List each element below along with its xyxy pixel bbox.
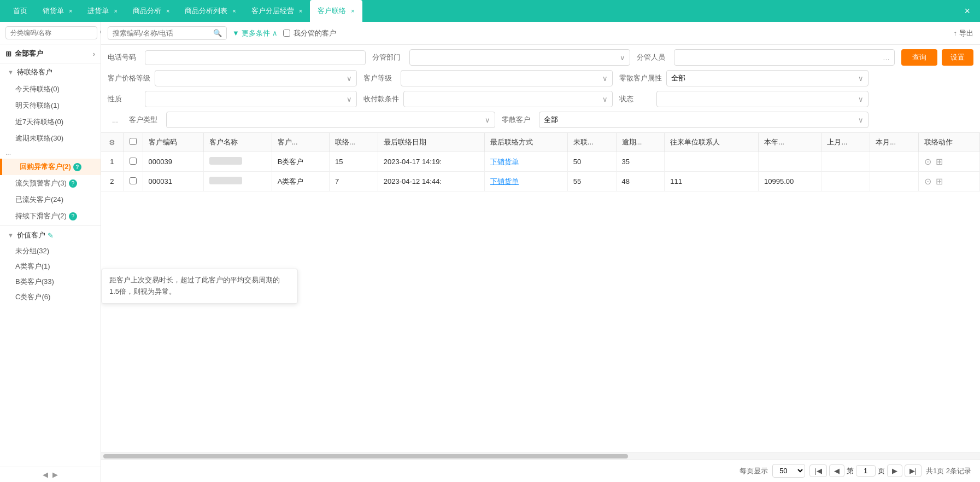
person-select[interactable]: …	[674, 49, 895, 66]
select-all-checkbox[interactable]	[130, 138, 137, 145]
page-navigation: |◀ ◀ 第 页 ▶ ▶|	[809, 464, 922, 477]
nav-analysis[interactable]: 商品分析 ×	[125, 0, 177, 22]
nav-sales-close[interactable]: ×	[69, 8, 72, 14]
nav-customer-contact[interactable]: 客户联络 ×	[310, 0, 362, 22]
more-btn[interactable]: ...	[0, 147, 101, 159]
col-settings[interactable]: ⚙	[101, 133, 123, 152]
value-b-item[interactable]: B类客户(33)	[0, 274, 101, 289]
tomorrow-contact-item[interactable]: 明天待联络(1)	[0, 97, 101, 114]
horizontal-scrollbar[interactable]	[101, 452, 980, 459]
lost-pre-info-icon[interactable]: ?	[69, 179, 77, 188]
nav-home[interactable]: 首页	[5, 0, 35, 22]
row1-checkbox-cell	[123, 152, 143, 172]
person-label: 分管人员	[637, 53, 670, 62]
row1-grid-icon[interactable]: ⊞	[936, 156, 943, 167]
prev-page-button[interactable]: ◀	[829, 464, 844, 477]
row2-this-year: 10995.00	[759, 172, 821, 191]
row1-overdue: 35	[616, 152, 665, 172]
filter-row-4: ... 客户类型 ∨ 零散客户 全部 ∨	[108, 112, 973, 128]
row2-code: 000031	[143, 172, 204, 191]
payment-arrow: ∨	[602, 95, 608, 103]
my-customers-checkbox[interactable]	[283, 30, 290, 37]
overdue-contact-item[interactable]: 逾期未联络(30)	[0, 130, 101, 147]
sidebar-bottom-nav[interactable]: ◀ ▶	[0, 467, 101, 482]
main-search-icon[interactable]: 🔍	[213, 29, 222, 37]
nav-analysis-list-close[interactable]: ×	[232, 8, 236, 14]
row2-grid-icon[interactable]: ⊞	[936, 176, 943, 187]
nav-home-label: 首页	[13, 6, 27, 16]
more-conditions-button[interactable]: ▼ 更多条件 ∧	[232, 28, 278, 38]
settings-button[interactable]: 设置	[942, 49, 973, 66]
row2-last-method-val[interactable]: 下销货单	[490, 177, 519, 185]
filter-row-2: 客户价格等级 ∨ 客户等级 ∨ 零散客户属性 全部 ∨	[108, 70, 973, 86]
row1-last-method-val[interactable]: 下销货单	[490, 158, 519, 166]
keep-down-item[interactable]: 持续下滑客户(2) ?	[0, 208, 101, 224]
nav-analysis-close[interactable]: ×	[166, 8, 169, 14]
keep-down-info-icon[interactable]: ?	[69, 212, 77, 220]
payment-select[interactable]: ∨	[403, 91, 613, 107]
row2-contacts-val: 111	[670, 177, 682, 185]
nav-customer-tier[interactable]: 客户分层经营 ×	[244, 0, 310, 22]
customer-type-select[interactable]: ∨	[166, 112, 496, 128]
week-contact-item[interactable]: 近7天待联络(0)	[0, 114, 101, 130]
sidebar: 🔍 ⊞ 全部客户 › ▼ 待联络客户 今天待联络(0) 明天待联络(1) 近7天…	[0, 22, 101, 482]
row1-uncontacted: 50	[567, 152, 616, 172]
nav-customer-tier-close[interactable]: ×	[299, 8, 302, 14]
nav-analysis-label: 商品分析	[133, 6, 161, 16]
phone-input[interactable]	[145, 50, 366, 65]
value-customer-group[interactable]: ▼ 价值客户 ✎	[0, 227, 101, 243]
table-settings-icon[interactable]: ⚙	[109, 138, 115, 147]
retail-attr-select[interactable]: 全部 ∨	[666, 70, 868, 86]
col-name: 客户名称	[204, 133, 272, 152]
filter-icon: ▼	[232, 29, 239, 37]
row1-checkbox[interactable]	[130, 158, 137, 165]
nav-purchase[interactable]: 进货单 ×	[80, 0, 125, 22]
row2-contacts: 111	[665, 172, 759, 191]
collapse-sidebar-icon[interactable]: ›	[93, 50, 95, 58]
scroll-thumb[interactable]	[103, 454, 628, 458]
waiting-contact-title[interactable]: ▼ 待联络客户	[0, 63, 101, 81]
repeat-buy-info-icon[interactable]: ?	[73, 163, 81, 171]
nav-analysis-list[interactable]: 商品分析列表 ×	[177, 0, 243, 22]
today-contact-item[interactable]: 今天待联络(0)	[0, 81, 101, 97]
dept-select[interactable]: ∨	[409, 49, 630, 66]
page-number-input[interactable]	[856, 465, 876, 477]
price-grade-select[interactable]: ∨	[155, 70, 357, 86]
query-button[interactable]: 查询	[901, 49, 937, 66]
next-page-button[interactable]: ▶	[887, 464, 902, 477]
repeat-buy-abnormal-item[interactable]: 回购异常客户(2) ?	[0, 159, 101, 175]
category-search-input[interactable]	[5, 26, 97, 39]
row2-checkbox[interactable]	[130, 177, 137, 184]
customer-grade-select[interactable]: ∨	[401, 70, 613, 86]
first-page-button[interactable]: |◀	[809, 464, 826, 477]
value-customer-edit-icon[interactable]: ✎	[48, 231, 54, 240]
row4-more-btn[interactable]: ...	[108, 116, 122, 124]
retail-customer-select[interactable]: 全部 ∨	[539, 112, 868, 128]
all-customers-header: ⊞ 全部客户 ›	[0, 44, 101, 63]
value-ungroup-item[interactable]: 未分组(32)	[0, 243, 101, 259]
active-indicator	[0, 159, 2, 175]
nav-sales[interactable]: 销货单 ×	[35, 0, 80, 22]
export-icon: ↑	[954, 29, 958, 37]
status-select[interactable]: ∨	[656, 91, 868, 107]
table-row: 1 000039 B类客户	[101, 152, 980, 172]
gender-select[interactable]: ∨	[145, 91, 357, 107]
already-lost-item[interactable]: 已流失客户(24)	[0, 191, 101, 208]
row2-last-month	[821, 172, 870, 191]
col-action-label: 联络动作	[924, 138, 953, 146]
row1-link-icon[interactable]: ⊙	[924, 156, 931, 167]
row4-more-label: ...	[112, 116, 118, 124]
export-button[interactable]: ↑ 导出	[954, 28, 974, 38]
last-page-button[interactable]: ▶|	[905, 464, 922, 477]
per-page-select[interactable]: 50 20 100	[772, 464, 805, 478]
value-c-item[interactable]: C类客户(6)	[0, 289, 101, 305]
nav-customer-contact-close[interactable]: ×	[351, 8, 354, 14]
main-search-input[interactable]	[113, 29, 211, 37]
my-customers-check[interactable]: 我分管的客户	[283, 28, 336, 38]
nav-purchase-close[interactable]: ×	[114, 8, 117, 14]
lost-pre-item[interactable]: 流失预警客户(3) ?	[0, 175, 101, 191]
row2-link-icon[interactable]: ⊙	[924, 176, 931, 187]
value-a-item[interactable]: A类客户(1)	[0, 259, 101, 274]
retail-customer-label: 零散客户	[502, 115, 535, 125]
close-all-button[interactable]: ×	[960, 5, 975, 17]
